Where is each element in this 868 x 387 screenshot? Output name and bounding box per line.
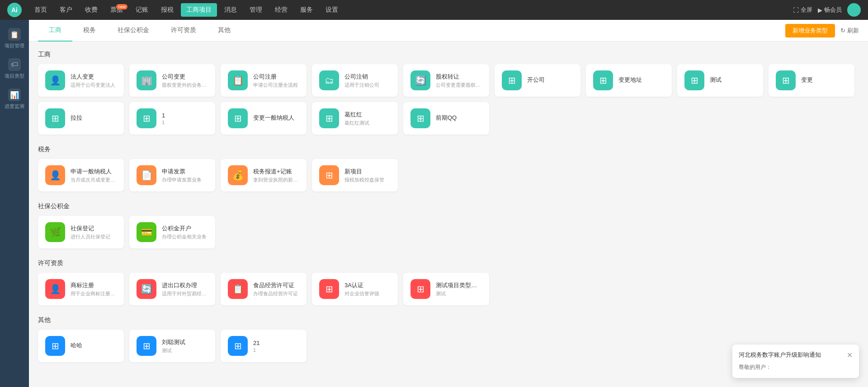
nav-customer[interactable]: 客户 bbox=[54, 3, 78, 17]
card-icon-tax-bookkeeping: 💰 bbox=[228, 165, 248, 185]
card-desc-apply-invoice: 办理申请发票业务 bbox=[162, 177, 208, 183]
tab-qita[interactable]: 其他 bbox=[207, 20, 241, 42]
nav-manage[interactable]: 管理 bbox=[244, 3, 268, 17]
nav-home[interactable]: 首页 bbox=[29, 3, 52, 17]
card-21[interactable]: ⊞ 21 1 bbox=[221, 330, 307, 362]
card-3a-cert[interactable]: ⊞ 3A认证 对企业信誉评级 bbox=[312, 273, 398, 305]
sidebar-item-progress[interactable]: 📊 进度监测 bbox=[0, 84, 29, 114]
refresh-icon: ↻ bbox=[840, 27, 845, 34]
card-info-company-cancel: 公司注销 适用于注销公司 bbox=[344, 73, 391, 89]
nav-ticket[interactable]: 票据 new bbox=[105, 3, 128, 17]
card-desc-company-register: 申请公司注册全流程 bbox=[253, 82, 299, 89]
member-button[interactable]: ▶ 畅会员 bbox=[818, 6, 842, 14]
card-info-apply-taxpayer: 申请一般纳税人 当月或次月成变更完成 bbox=[71, 168, 117, 183]
fullscreen-icon: ⛶ bbox=[793, 7, 799, 14]
card-name-company-register: 公司注册 bbox=[253, 73, 299, 81]
card-info-company-change: 公司变更 股权变更外的业务变更 bbox=[162, 73, 208, 89]
card-info-address: 变更地址 bbox=[618, 76, 665, 85]
card-company-change[interactable]: 🏢 公司变更 股权变更外的业务变更 bbox=[129, 64, 215, 97]
card-info-change-taxpayer: 变更一般纳税人 bbox=[253, 114, 299, 123]
card-social-insurance[interactable]: 🌿 社保登记 进行人员社保登记 bbox=[38, 216, 124, 248]
card-icon-equity: 🔄 bbox=[410, 70, 430, 90]
section-title-gongshang: 工商 bbox=[38, 51, 859, 59]
card-fund-account[interactable]: 💳 公积金开户 办理公积金相关业务 bbox=[129, 216, 215, 248]
card-change-taxpayer[interactable]: ⊞ 变更一般纳税人 bbox=[221, 102, 307, 135]
card-change[interactable]: ⊞ 变更 bbox=[769, 64, 854, 97]
card-icon-faren: 👤 bbox=[45, 70, 65, 90]
card-change-address[interactable]: ⊞ 变更地址 bbox=[586, 64, 672, 97]
card-haha[interactable]: ⊞ 哈哈 bbox=[38, 330, 124, 362]
card-apply-taxpayer[interactable]: 👤 申请一般纳税人 当月或次月成变更完成 bbox=[38, 159, 124, 191]
card-name-qianqi-qq: 前期QQ bbox=[436, 114, 482, 122]
card-gehonghong[interactable]: ⊞ 葛红红 葛红红测试 bbox=[312, 102, 398, 135]
card-lala[interactable]: ⊞ 拉拉 bbox=[38, 102, 124, 135]
card-food-license[interactable]: 📋 食品经营许可证 办理食品经营许可证 bbox=[221, 273, 307, 305]
nav-service[interactable]: 服务 bbox=[295, 3, 318, 17]
fullscreen-button[interactable]: ⛶ 全屏 bbox=[793, 6, 812, 14]
notification-popup: 河北税务数字账户升级影响通知 ✕ 尊敬的用户： bbox=[732, 345, 859, 378]
nav-business[interactable]: 工商项目 bbox=[181, 3, 217, 17]
card-icon-test: ⊞ bbox=[684, 70, 704, 90]
card-one[interactable]: ⊞ 1 1 bbox=[129, 102, 215, 135]
card-icon-one: ⊞ bbox=[137, 108, 156, 128]
card-apply-invoice[interactable]: 📄 申请发票 办理申请发票业务 bbox=[129, 159, 215, 191]
card-new-project[interactable]: ⊞ 新项目 报税加税控盘保管 bbox=[312, 159, 398, 191]
card-icon-fund-account: 💳 bbox=[137, 222, 156, 242]
sidebar: 📋 项目管理 🏷 项目类型 📊 进度监测 bbox=[0, 20, 29, 387]
card-name-test: 测试 bbox=[710, 76, 756, 84]
nav-message[interactable]: 消息 bbox=[219, 3, 242, 17]
card-qianqi-qq[interactable]: ⊞ 前期QQ bbox=[403, 102, 489, 135]
nav-bookkeeping[interactable]: 记账 bbox=[130, 3, 154, 17]
nav-fee[interactable]: 收费 bbox=[80, 3, 103, 17]
card-info-social-insurance: 社保登记 进行人员社保登记 bbox=[71, 224, 117, 240]
nav-tax[interactable]: 报税 bbox=[156, 3, 179, 17]
card-name-change-taxpayer: 变更一般纳税人 bbox=[253, 114, 299, 122]
card-info-apply-invoice: 申请发票 办理申请发票业务 bbox=[162, 168, 208, 183]
card-icon-change-taxpayer: ⊞ bbox=[228, 108, 248, 128]
card-test[interactable]: ⊞ 测试 bbox=[677, 64, 763, 97]
main-layout: 📋 项目管理 🏷 项目类型 📊 进度监测 工商 税务 社保公积金 许可资质 其他… bbox=[0, 20, 868, 387]
tab-shebao[interactable]: 社保公积金 bbox=[107, 20, 160, 42]
card-name-change: 变更 bbox=[801, 76, 847, 84]
card-info-test-type: 测试项目类型自定义 测试 bbox=[436, 281, 482, 297]
card-test-type[interactable]: ⊞ 测试项目类型自定义 测试 bbox=[403, 273, 489, 305]
sidebar-item-project-manage[interactable]: 📋 项目管理 bbox=[0, 23, 29, 54]
new-type-button[interactable]: 新增业务类型 bbox=[785, 24, 835, 37]
card-info-food-license: 食品经营许可证 办理食品经营许可证 bbox=[253, 281, 299, 297]
avatar[interactable] bbox=[847, 3, 861, 17]
tab-xuke[interactable]: 许可资质 bbox=[160, 20, 207, 42]
notification-close-button[interactable]: ✕ bbox=[847, 351, 853, 359]
tab-shuiwu[interactable]: 税务 bbox=[72, 20, 107, 42]
card-trademark[interactable]: 👤 商标注册 用于企业商标注册服务 bbox=[38, 273, 124, 305]
notification-body: 尊敬的用户： bbox=[739, 363, 853, 372]
card-company-cancel[interactable]: 🗂 公司注销 适用于注销公司 bbox=[312, 64, 398, 97]
section-title-qita: 其他 bbox=[38, 316, 859, 324]
sidebar-item-project-type[interactable]: 🏷 项目类型 bbox=[0, 54, 29, 84]
card-faren-biangeng[interactable]: 👤 法人变更 适用于公司变更法人 bbox=[38, 64, 124, 97]
card-desc-company-change: 股权变更外的业务变更 bbox=[162, 82, 208, 89]
shuiwu-cards: 👤 申请一般纳税人 当月或次月成变更完成 📄 申请发票 办理申请发票业务 💰 bbox=[38, 159, 859, 191]
card-name-haha: 哈哈 bbox=[71, 341, 117, 350]
card-equity-transfer[interactable]: 🔄 股权转让 公司变更需要股权转让 bbox=[403, 64, 489, 97]
card-name-gehonghong: 葛红红 bbox=[344, 111, 391, 119]
nav-settings[interactable]: 设置 bbox=[320, 3, 344, 17]
logo: Ai bbox=[7, 3, 22, 17]
card-liucong-test[interactable]: ⊞ 刘聪测试 测试 bbox=[129, 330, 215, 362]
card-name-company-change: 公司变更 bbox=[162, 73, 208, 81]
card-desc-test-type: 测试 bbox=[436, 290, 482, 297]
card-open-company[interactable]: ⊞ 开公司 bbox=[495, 64, 580, 97]
card-tax-bookkeeping[interactable]: 💰 税务报道+记账 拿到营业执照的新公司 bbox=[221, 159, 307, 191]
xuke-cards: 👤 商标注册 用于企业商标注册服务 🔄 进出口权办理 适用于对外贸易经营者 📋 bbox=[38, 273, 859, 305]
shebao-cards: 🌿 社保登记 进行人员社保登记 💳 公积金开户 办理公积金相关业务 bbox=[38, 216, 859, 248]
card-name-import-export: 进出口权办理 bbox=[162, 281, 208, 289]
card-import-export[interactable]: 🔄 进出口权办理 适用于对外贸易经营者 bbox=[129, 273, 215, 305]
card-desc-fund-account: 办理公积金相关业务 bbox=[162, 233, 208, 240]
nav-items: 首页 客户 收费 票据 new 记账 报税 工商项目 消息 管理 经营 服务 设… bbox=[29, 3, 793, 17]
card-company-register[interactable]: 📋 公司注册 申请公司注册全流程 bbox=[221, 64, 307, 97]
nav-operation[interactable]: 经营 bbox=[269, 3, 293, 17]
refresh-button[interactable]: ↻ 刷新 bbox=[840, 27, 859, 35]
card-desc-equity: 公司变更需要股权转让 bbox=[436, 82, 482, 89]
tab-gongshang[interactable]: 工商 bbox=[38, 20, 72, 42]
card-info-import-export: 进出口权办理 适用于对外贸易经营者 bbox=[162, 281, 208, 297]
card-desc-company-cancel: 适用于注销公司 bbox=[344, 82, 391, 89]
